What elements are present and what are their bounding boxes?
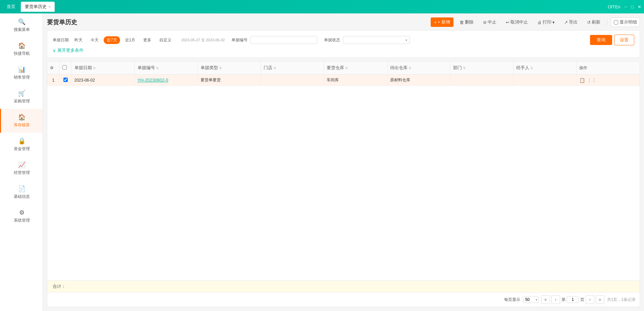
page-size-select[interactable]: 10 20 50 100: [523, 296, 539, 303]
th-department[interactable]: 部门 ⇅: [450, 61, 513, 75]
doc-number-input[interactable]: [250, 36, 317, 44]
prev-page-btn[interactable]: ‹: [551, 295, 560, 304]
filter-row: 单据日期 昨天 今天 近7天 近1月 更多 自定义 2023-05-27 至 2…: [53, 35, 634, 45]
toolbar: + + 新增 🗑 删除 ⊘ 中止 ↩ 取消中止 🖨 打印: [431, 17, 640, 27]
doc-date-sort-icon: ⇅: [93, 66, 96, 70]
doc-status-label: 单据状态: [324, 37, 340, 43]
table-scroll[interactable]: ⚙ 单据日期 ⇅: [47, 61, 640, 280]
td-doc-date: 2023-06-02: [71, 75, 135, 86]
tab-close-icon[interactable]: ×: [49, 5, 51, 9]
settings-filter-label: 设置: [620, 37, 629, 43]
doc-status-wrapper: ▾: [343, 36, 410, 44]
main-layout: 🔍 搜索菜单 🏠 快捷导航 📊 销售管理 🛒 采购管理 🏠 库存核算 🔒 资金管…: [0, 13, 644, 311]
page-size-wrapper: 10 20 50 100 ▾: [523, 296, 539, 303]
th-pending-warehouse[interactable]: 待出仓库 ⇅: [387, 61, 450, 75]
filter-panel: 单据日期 昨天 今天 近7天 近1月 更多 自定义 2023-05-27 至 2…: [47, 30, 640, 58]
store-sort-icon: ⇅: [273, 66, 276, 70]
display-detail-checkbox[interactable]: [614, 20, 618, 25]
select-all-checkbox[interactable]: [62, 65, 67, 70]
last-page-btn[interactable]: »: [596, 295, 604, 304]
query-label: 查询: [597, 37, 605, 43]
export-button[interactable]: ↗ 导出: [561, 17, 581, 27]
td-req-warehouse: 车间库: [324, 75, 387, 86]
td-handler: [514, 75, 577, 86]
th-operation: 操作: [577, 61, 640, 75]
query-button[interactable]: 查询: [590, 35, 612, 45]
filter-action-group: 查询 设置: [590, 35, 634, 45]
doc-status-select[interactable]: [343, 36, 410, 44]
req-warehouse-sort-icon: ⇅: [345, 66, 348, 70]
sidebar-item-inventory[interactable]: 🏠 库存核算: [0, 109, 43, 133]
new-label: + 新增: [438, 19, 450, 25]
search-menu-icon: 🔍: [18, 18, 25, 26]
table-row[interactable]: 1 2023-06-02 YH-20230602-0 要货单要货 车间库: [47, 75, 640, 86]
th-store[interactable]: 门店 ⇅: [261, 61, 324, 75]
finance-mgmt-icon: 🔒: [18, 137, 25, 145]
sidebar-item-ops-mgmt[interactable]: 📈 经营管理: [0, 157, 43, 180]
sys-mgmt-icon: ⚙: [19, 209, 24, 216]
th-doc-type[interactable]: 单据类型 ⇅: [198, 61, 261, 75]
doc-number-sort-icon: ⇅: [156, 66, 159, 70]
minimize-btn[interactable]: −: [625, 4, 627, 9]
tab-requisition-history[interactable]: 要货单历史 ×: [21, 2, 55, 12]
date-btn-last7days[interactable]: 近7天: [104, 36, 120, 44]
maximize-btn[interactable]: □: [631, 4, 634, 9]
sidebar-item-ops-mgmt-label: 经营管理: [14, 170, 30, 176]
top-bar-right: OfTEn − □ ✕: [608, 4, 641, 9]
first-page-btn[interactable]: «: [541, 295, 550, 304]
sidebar-item-sys-mgmt[interactable]: ⚙ 系统管理: [0, 204, 43, 228]
date-btn-yesterday[interactable]: 昨天: [71, 36, 86, 44]
sidebar-item-finance-mgmt[interactable]: 🔒 资金管理: [0, 133, 43, 157]
edit-action-icon[interactable]: 📋: [579, 78, 585, 83]
date-btn-today[interactable]: 今天: [88, 36, 102, 44]
sidebar-item-search-menu[interactable]: 🔍 搜索菜单: [0, 13, 43, 37]
th-checkbox[interactable]: [59, 61, 71, 75]
page-input[interactable]: [567, 296, 579, 303]
delete-label: 删除: [465, 19, 474, 25]
doc-number-link[interactable]: YH-20230602-0: [138, 78, 168, 83]
th-doc-number[interactable]: 单据编号 ⇅: [135, 61, 198, 75]
td-store: [261, 75, 324, 86]
delete-icon: 🗑: [460, 20, 464, 25]
sidebar-item-purchase-mgmt-label: 采购管理: [14, 98, 30, 104]
th-handler[interactable]: 经手人 ⇅: [514, 61, 577, 75]
print-button[interactable]: 🖨 打印 ▾: [534, 17, 558, 27]
sidebar-item-sales-mgmt[interactable]: 📊 销售管理: [0, 61, 43, 85]
next-page-btn[interactable]: ›: [586, 295, 594, 304]
td-pending-warehouse: 原材料仓库: [387, 75, 450, 86]
row-checkbox[interactable]: [63, 78, 68, 82]
date-btn-more[interactable]: 更多: [140, 36, 154, 44]
td-doc-number[interactable]: YH-20230602-0: [135, 75, 198, 86]
th-doc-date[interactable]: 单据日期 ⇅: [71, 61, 135, 75]
cancel-stop-button[interactable]: ↩ 取消中止: [502, 17, 531, 27]
close-btn[interactable]: ✕: [638, 4, 641, 9]
more-action-icon[interactable]: ⋮⋮: [587, 78, 596, 83]
cancel-stop-icon: ↩: [506, 20, 509, 25]
date-btn-custom[interactable]: 自定义: [156, 36, 174, 44]
export-label: 导出: [569, 19, 578, 25]
refresh-button[interactable]: ↺ 刷新: [584, 17, 604, 27]
summary-label: 合计：: [53, 284, 66, 289]
sidebar-item-basic-info[interactable]: 📄 基础信息: [0, 180, 43, 204]
td-operation[interactable]: 📋 ⋮⋮: [577, 75, 640, 86]
print-icon: 🖨: [537, 20, 542, 25]
sidebar-item-purchase-mgmt[interactable]: 🛒 采购管理: [0, 85, 43, 109]
date-btn-last1month[interactable]: 近1月: [122, 36, 139, 44]
stop-button[interactable]: ⊘ 中止: [480, 17, 500, 27]
tab-home[interactable]: 首页: [3, 2, 19, 12]
sidebar-item-quick-nav[interactable]: 🏠 快捷导航: [0, 37, 43, 61]
content-area: 要货单历史 + + 新增 🗑 删除 ⊘ 中止 ↩ 取消中止: [43, 13, 644, 311]
summary-bar: 合计：: [47, 280, 640, 292]
td-checkbox[interactable]: [59, 75, 71, 86]
expand-more-btn[interactable]: ∨ 展开更多条件: [53, 47, 634, 53]
settings-filter-button[interactable]: 设置: [614, 35, 634, 45]
th-req-warehouse[interactable]: 要货仓库 ⇅: [324, 61, 387, 75]
page-title: 要货单历史: [47, 18, 77, 26]
new-button[interactable]: + + 新增: [431, 17, 453, 27]
tab-home-label: 首页: [7, 4, 15, 10]
date-range-text: 2023-05-27 至 2023-06-02: [181, 38, 225, 43]
th-settings[interactable]: ⚙: [47, 61, 59, 75]
cancel-stop-label: 取消中止: [511, 19, 528, 25]
delete-button[interactable]: 🗑 删除: [456, 17, 477, 27]
display-detail-toggle[interactable]: 显示明细: [611, 17, 640, 27]
